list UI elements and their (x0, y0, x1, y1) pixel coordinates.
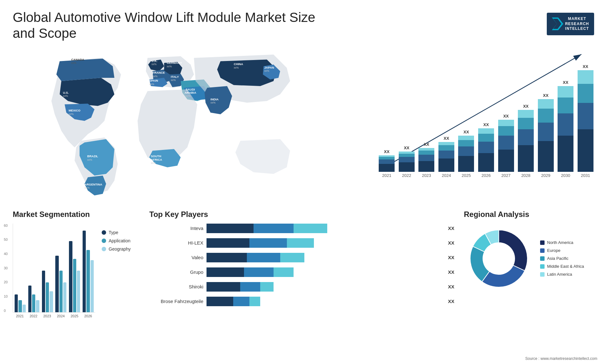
bar-segment-2 (498, 126, 514, 136)
seg-legend-label-0: Type (109, 230, 118, 235)
svg-text:CANADA: CANADA (71, 57, 84, 61)
top-section: CANADA xx% U.S. xx% MEXICO xx% BRAZIL xx… (13, 48, 597, 200)
svg-text:xx%: xx% (149, 83, 154, 86)
bar-segment-0 (498, 150, 514, 172)
logo-text-line1: MARKET (565, 17, 589, 22)
year-label-2024: 2024 (438, 173, 455, 178)
bar-value-2031: XX (583, 64, 588, 69)
player-name-0: Inteva (149, 226, 203, 231)
seg-bar-0 (83, 231, 86, 312)
seg-bar-2 (36, 300, 39, 312)
page-title: Global Automotive Window Lift Module Mar… (13, 10, 330, 42)
bar-value-2024: XX (444, 136, 449, 141)
svg-text:ARABIA: ARABIA (185, 91, 196, 94)
bar-segment-0 (399, 162, 415, 172)
bar-group-2029: XX (537, 51, 554, 172)
bar-value-2025: XX (464, 130, 469, 134)
player-seg-1 (240, 282, 260, 292)
seg-legend-item-0: Type (102, 230, 131, 235)
bar-stack-2025 (458, 136, 474, 172)
regional-legend-label-4: Latin America (547, 272, 572, 277)
bar-value-2022: XX (404, 145, 409, 150)
regional-legend-label-1: Europe (547, 248, 560, 253)
svg-text:xx%: xx% (186, 94, 191, 98)
bar-segment-1 (538, 123, 554, 141)
seg-group-2023 (42, 271, 53, 312)
seg-bar-2 (50, 291, 53, 312)
seg-group-2021 (15, 294, 26, 312)
player-seg-2 (280, 253, 304, 262)
players-bars: IntevaXXHI-LEXXXValeoXXGrupoXXShirokiXXB… (149, 224, 454, 306)
player-row-2: ValeoXX (149, 253, 454, 262)
svg-text:xx%: xx% (264, 69, 269, 72)
player-seg-1 (249, 238, 287, 248)
segmentation-section: Market Segmentation 60 50 40 30 20 10 0 (13, 210, 140, 343)
bar-value-2030: XX (563, 80, 568, 85)
svg-text:GERMANY: GERMANY (167, 61, 182, 64)
seg-legend-dot-1 (102, 239, 106, 243)
bar-stack-2030 (558, 86, 573, 172)
player-name-5: Brose Fahrzeugteile (149, 299, 203, 304)
year-label-2023: 2023 (418, 173, 435, 178)
regional-section: Regional Analysis North AmericaEuropeAsi… (464, 210, 597, 343)
player-name-1: HI-LEX (149, 240, 203, 246)
bar-segment-2 (578, 84, 593, 103)
player-seg-0 (207, 282, 240, 292)
bar-segment-2 (478, 134, 494, 142)
bar-segment-2 (399, 154, 415, 157)
regional-legend-color-3 (540, 264, 545, 269)
player-value-5: XX (448, 299, 454, 304)
bar-segment-1 (518, 129, 534, 145)
player-seg-0 (207, 253, 247, 262)
svg-text:xx%: xx% (85, 186, 90, 189)
seg-bar-0 (28, 286, 31, 312)
bar-segment-1 (498, 136, 514, 149)
bar-chart-section: XXXXXXXXXXXXXXXXXXXXXX 20212022202320242… (375, 48, 597, 200)
svg-text:INDIA: INDIA (211, 98, 219, 101)
svg-text:MEXICO: MEXICO (69, 109, 80, 112)
player-value-4: XX (448, 284, 454, 289)
seg-bar-2 (23, 305, 26, 312)
bar-segment-0 (578, 129, 593, 172)
seg-bar-2 (91, 260, 94, 312)
seg-bar-1 (86, 250, 90, 312)
logo-text-line2: RESEARCH (565, 22, 589, 27)
player-bar-container-2 (207, 253, 442, 262)
bar-group-2023: XX (418, 51, 435, 172)
player-seg-1 (254, 224, 294, 233)
player-row-1: HI-LEXXX (149, 238, 454, 248)
bars-container: XXXXXXXXXXXXXXXXXXXXXX (378, 51, 594, 172)
regional-legend-color-4 (540, 272, 545, 277)
svg-text:xx%: xx% (167, 64, 172, 68)
bar-stack-2022 (399, 152, 415, 172)
year-label-2028: 2028 (517, 173, 535, 178)
player-seg-0 (207, 297, 233, 306)
seg-legend-dot-0 (102, 230, 106, 235)
bar-segment-1 (399, 157, 415, 162)
year-label-2031: 2031 (577, 173, 594, 178)
bar-segment-2 (438, 145, 454, 151)
bar-segment-1 (478, 142, 494, 153)
player-name-4: Shiroki (149, 284, 203, 289)
seg-group-2025 (69, 241, 80, 312)
bar-segment-3 (578, 70, 593, 84)
regional-legend-label-0: North America (547, 240, 573, 245)
player-seg-2 (274, 267, 294, 277)
header: Global Automotive Window Lift Module Mar… (13, 10, 597, 42)
seg-bar-2 (63, 282, 66, 312)
players-title: Top Key Players (149, 210, 454, 219)
bar-value-2028: XX (523, 104, 528, 109)
svg-text:xx%: xx% (234, 66, 239, 69)
svg-text:xx%: xx% (71, 61, 76, 64)
seg-bar-0 (15, 294, 18, 312)
seg-bar-1 (32, 294, 35, 312)
seg-legend-label-1: Application (109, 238, 131, 243)
seg-year-2025: 2025 (69, 314, 80, 318)
player-row-3: GrupoXX (149, 267, 454, 277)
player-seg-0 (207, 267, 244, 277)
bar-segment-1 (438, 151, 454, 158)
bar-segment-3 (418, 148, 434, 151)
x-axis-labels: 2021202220232024202520262027202820292030… (378, 173, 594, 178)
bar-group-2030: XX (557, 51, 574, 172)
regional-title: Regional Analysis (464, 210, 597, 219)
